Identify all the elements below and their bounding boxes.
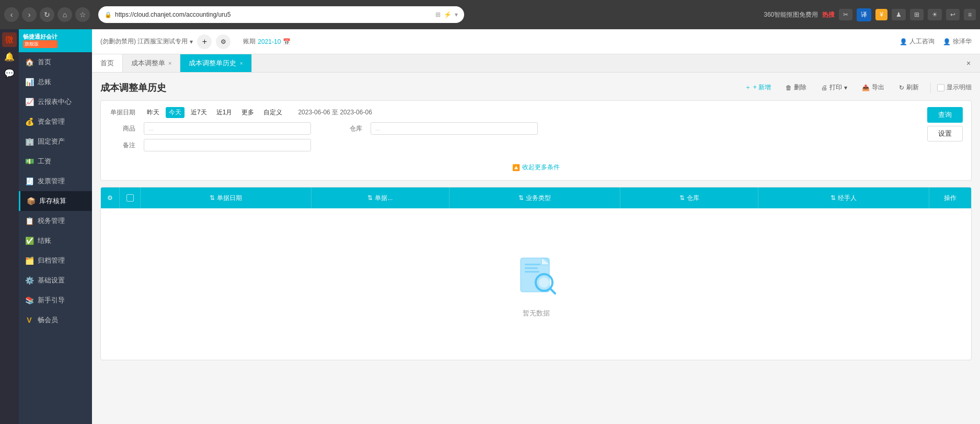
sidebar-item-guide[interactable]: 📚 新手引导 bbox=[19, 290, 92, 310]
sidebar-label-finance: 资金管理 bbox=[38, 117, 65, 126]
sidebar-item-settings[interactable]: ⚙️ 基础设置 bbox=[19, 270, 92, 290]
brightness-btn[interactable]: ☀ bbox=[928, 9, 942, 20]
svg-rect-1 bbox=[525, 264, 540, 265]
th-warehouse[interactable]: ⇅ 仓库 bbox=[620, 187, 759, 208]
date-btn-custom[interactable]: 自定义 bbox=[260, 107, 285, 118]
export-btn[interactable]: 📤 导出 bbox=[857, 81, 890, 94]
undo-btn[interactable]: ↩ bbox=[946, 9, 960, 20]
tab-cost-adjust[interactable]: 成本调整单 × bbox=[123, 54, 180, 72]
date-btn-today[interactable]: 今天 bbox=[166, 107, 185, 118]
filter-settings-button[interactable]: 设置 bbox=[927, 126, 963, 142]
date-btn-last7[interactable]: 近7天 bbox=[188, 107, 210, 118]
th-checkbox[interactable] bbox=[120, 187, 141, 208]
back-button[interactable]: ‹ bbox=[4, 7, 19, 22]
rail-item-2[interactable]: 🔔 bbox=[2, 49, 17, 64]
sidebar-item-ledger[interactable]: 📊 总账 bbox=[19, 72, 92, 92]
tab-cost-history-close[interactable]: × bbox=[239, 60, 243, 66]
empty-illustration bbox=[510, 250, 562, 302]
print-label: 打印 bbox=[829, 83, 842, 92]
company-settings-btn[interactable]: ⚙ bbox=[216, 34, 230, 49]
rail-weibo[interactable]: 微 bbox=[2, 32, 17, 47]
rail-item-3[interactable]: 💬 bbox=[2, 66, 17, 80]
user-service[interactable]: 👤 人工咨询 bbox=[900, 37, 935, 46]
grid-btn[interactable]: ⊞ bbox=[910, 9, 924, 20]
show-detail-label[interactable]: 显示明细 bbox=[937, 83, 972, 92]
home-button[interactable]: ⌂ bbox=[57, 7, 72, 22]
table-select-all-checkbox[interactable] bbox=[126, 194, 134, 202]
tab-home-label: 首页 bbox=[100, 58, 114, 68]
translate-btn[interactable]: 译 bbox=[857, 8, 871, 21]
bookmark-button[interactable]: ☆ bbox=[75, 7, 90, 22]
warehouse-filter-label: 仓库 bbox=[336, 124, 362, 133]
refresh-btn[interactable]: ↻ 刷新 bbox=[894, 81, 924, 94]
filter-row-date: 单据日期 昨天 今天 近7天 近1月 更多 自定义 2023-06-06 至 2… bbox=[109, 107, 919, 118]
th-settings[interactable]: ⚙ bbox=[101, 187, 120, 208]
game-btn[interactable]: ♟ bbox=[892, 9, 906, 20]
tab-home[interactable]: 首页 bbox=[92, 54, 123, 72]
close-all-tabs-btn[interactable]: × bbox=[961, 56, 976, 70]
svg-rect-3 bbox=[525, 271, 539, 273]
sidebar-item-reports[interactable]: 📈 云报表中心 bbox=[19, 92, 92, 112]
sidebar-item-archive[interactable]: 🗂️ 归档管理 bbox=[19, 251, 92, 270]
show-detail-text: 显示明细 bbox=[947, 83, 972, 92]
th-date[interactable]: ⇅ 单据日期 bbox=[141, 187, 312, 208]
user-avatar-icon: 👤 bbox=[943, 38, 951, 45]
menu-btn[interactable]: ≡ bbox=[964, 9, 976, 20]
scissors-btn[interactable]: ✂ bbox=[839, 9, 852, 20]
vip-icon: V bbox=[25, 316, 33, 324]
add-company-btn[interactable]: + bbox=[197, 34, 212, 49]
sidebar-item-invoice[interactable]: 🧾 发票管理 bbox=[19, 171, 92, 191]
sidebar-item-vip[interactable]: V 畅会员 bbox=[19, 310, 92, 330]
tab-cost-history[interactable]: 成本调整单历史 × bbox=[180, 54, 251, 72]
goods-filter-input[interactable]: ... bbox=[144, 122, 311, 135]
goods-filter-label: 商品 bbox=[109, 124, 135, 133]
print-btn[interactable]: 🖨 打印 ▾ bbox=[816, 81, 852, 94]
sidebar-item-home[interactable]: 🏠 首页 bbox=[19, 52, 92, 72]
date-filter-label: 单据日期 bbox=[109, 108, 135, 117]
browser-extensions: 360智能抠图免费用 热搜 ✂ 译 ¥ ♟ ⊞ ☀ ↩ ≡ bbox=[764, 8, 976, 21]
empty-icon bbox=[510, 250, 562, 302]
collapse-btn[interactable]: 🔼 收起更多条件 bbox=[510, 161, 562, 174]
user-profile[interactable]: 👤 徐泽华 bbox=[943, 37, 972, 46]
closing-icon: ✅ bbox=[25, 237, 33, 245]
sidebar-item-inventory[interactable]: 📦 库存核算 bbox=[19, 191, 92, 211]
th-biz-type[interactable]: ⇅ 业务类型 bbox=[449, 187, 620, 208]
note-filter-input[interactable] bbox=[144, 139, 311, 151]
page-title: 成本调整单历史 bbox=[100, 81, 166, 94]
address-bar[interactable]: 🔒 https://cloud.chanjet.com/accounting/u… bbox=[98, 6, 464, 23]
add-btn[interactable]: ＋ + 新增 bbox=[740, 81, 776, 94]
date-btn-more[interactable]: 更多 bbox=[238, 107, 257, 118]
tab-cost-adjust-close[interactable]: × bbox=[168, 60, 171, 66]
tab-cost-adjust-label: 成本调整单 bbox=[131, 58, 165, 68]
date-btn-yesterday[interactable]: 昨天 bbox=[144, 107, 163, 118]
currency-btn[interactable]: ¥ bbox=[875, 9, 887, 20]
warehouse-filter-input[interactable]: ... bbox=[371, 122, 538, 135]
collapse-arrow-icon: 🔼 bbox=[512, 164, 520, 171]
th-number[interactable]: ⇅ 单据... bbox=[312, 187, 450, 208]
calendar-icon: 📅 bbox=[283, 38, 291, 45]
sidebar-item-finance[interactable]: 💰 资金管理 bbox=[19, 112, 92, 132]
sidebar-label-archive: 归档管理 bbox=[38, 256, 65, 265]
date-btn-last-month[interactable]: 近1月 bbox=[213, 107, 236, 118]
sidebar-label-reports: 云报表中心 bbox=[38, 97, 72, 107]
delete-btn[interactable]: 🗑 删除 bbox=[780, 81, 812, 94]
sidebar-item-tax[interactable]: 📋 税务管理 bbox=[19, 211, 92, 231]
show-detail-checkbox[interactable] bbox=[937, 84, 944, 91]
sidebar-item-closing[interactable]: ✅ 结账 bbox=[19, 231, 92, 251]
forward-button[interactable]: › bbox=[22, 7, 37, 22]
company-selector[interactable]: (勿删勿禁用) 江西服宝测试专用 ▾ bbox=[100, 37, 193, 46]
guide-icon: 📚 bbox=[25, 296, 33, 304]
period-value: 2021-10 bbox=[258, 38, 281, 45]
delete-label: 删除 bbox=[794, 83, 806, 92]
sidebar-label-vip: 畅会员 bbox=[38, 315, 58, 325]
browser-dropdown-icon: ▾ bbox=[455, 11, 458, 18]
sidebar-item-assets[interactable]: 🏢 固定资产 bbox=[19, 132, 92, 151]
refresh-button[interactable]: ↻ bbox=[40, 7, 54, 22]
tab-bar: 首页 成本调整单 × 成本调整单历史 × × bbox=[92, 54, 980, 73]
th-operator-sort-icon: ⇅ bbox=[831, 194, 836, 202]
query-button[interactable]: 查询 bbox=[927, 107, 963, 123]
th-operations: 操作 bbox=[929, 187, 971, 208]
th-operator[interactable]: ⇅ 经手人 bbox=[758, 187, 929, 208]
sidebar-item-salary[interactable]: 💵 工资 bbox=[19, 151, 92, 171]
th-date-sort-icon: ⇅ bbox=[210, 194, 215, 202]
